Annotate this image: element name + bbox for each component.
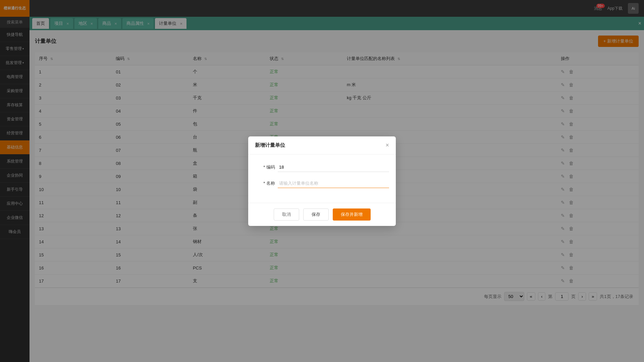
save-button[interactable]: 保存 <box>303 208 329 221</box>
code-label: * 编码 <box>255 164 275 170</box>
form-row-name: * 名称 <box>255 179 389 188</box>
save-and-new-button[interactable]: 保存并新增 <box>333 208 371 221</box>
add-unit-modal: 新增计量单位 × * 编码 * 名称 取消 保存 保存并新增 <box>248 136 396 226</box>
cancel-button[interactable]: 取消 <box>274 208 299 221</box>
modal-title: 新增计量单位 <box>255 142 285 148</box>
modal-overlay[interactable]: 新增计量单位 × * 编码 * 名称 取消 保存 保存并新增 <box>0 0 644 362</box>
code-input[interactable] <box>278 163 389 172</box>
name-input[interactable] <box>278 179 389 188</box>
modal-footer: 取消 保存 保存并新增 <box>248 203 396 226</box>
modal-close-button[interactable]: × <box>385 142 389 149</box>
form-row-code: * 编码 <box>255 163 389 172</box>
modal-body: * 编码 * 名称 <box>248 155 396 203</box>
name-label: * 名称 <box>255 180 275 186</box>
modal-header: 新增计量单位 × <box>248 136 396 155</box>
